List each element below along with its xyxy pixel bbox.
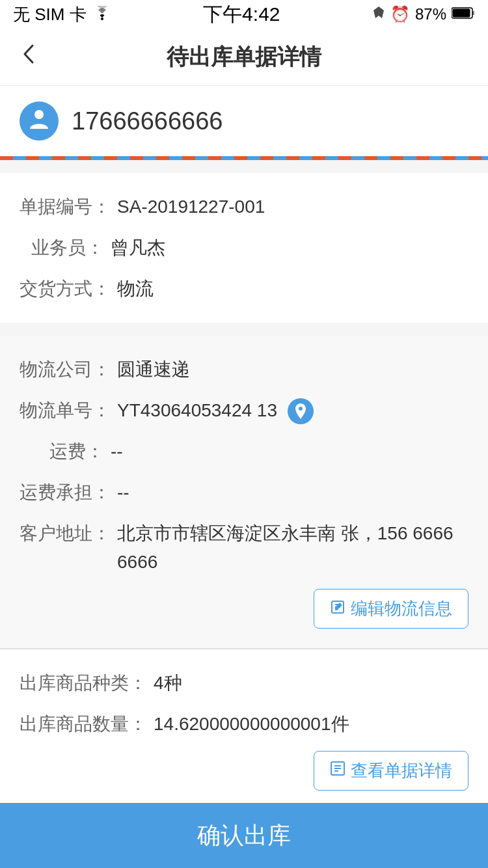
freight-bear-value: -- — [117, 478, 468, 508]
tracking-row-content: YT43064053424 13 — [117, 396, 314, 426]
goods-category-value: 4种 — [154, 669, 468, 698]
person-icon — [27, 107, 51, 135]
battery-percent: 87% — [415, 5, 446, 23]
goods-quantity-row: 出库商品数量： 14.620000000000001件 — [20, 710, 468, 739]
status-bar: 无 SIM 卡 下午4:42 ⏰ 87% — [0, 0, 488, 29]
salesman-value: 曾凡杰 — [111, 234, 468, 263]
basic-info-section: 单据编号： SA-20191227-001 业务员： 曾凡杰 交货方式： 物流 — [0, 173, 488, 323]
svg-rect-2 — [472, 11, 474, 15]
confirm-outbound-label: 确认出库 — [197, 820, 291, 852]
track-location-button[interactable] — [288, 398, 314, 424]
freight-row: 运费： -- — [20, 437, 468, 467]
svg-rect-3 — [452, 9, 470, 18]
logistics-company-label: 物流公司： — [20, 355, 117, 385]
goods-category-row: 出库商品种类： 4种 — [20, 669, 468, 698]
status-left: 无 SIM 卡 — [13, 3, 111, 26]
edit-icon — [330, 599, 346, 619]
delivery-method-value: 物流 — [117, 275, 468, 304]
view-details-btn-container: 查看单据详情 — [20, 751, 468, 791]
tracking-number-value: YT43064053424 13 — [117, 396, 277, 426]
tracking-number-row: 物流单号： YT43064053424 13 — [20, 396, 468, 426]
edit-logistics-button[interactable]: 编辑物流信息 — [314, 589, 468, 629]
freight-label: 运费： — [20, 437, 111, 467]
document-number-row: 单据编号： SA-20191227-001 — [20, 193, 468, 222]
nav-bar: 待出库单据详情 — [0, 29, 488, 86]
document-number-label: 单据编号： — [20, 193, 117, 222]
customer-header: 17666666666 — [0, 86, 488, 156]
status-time: 下午4:42 — [203, 1, 280, 28]
goods-quantity-value: 14.620000000000001件 — [154, 710, 468, 739]
alarm-icon: ⏰ — [390, 5, 410, 23]
edit-logistics-btn-container: 编辑物流信息 — [20, 589, 468, 629]
carrier-label: 无 SIM 卡 — [13, 3, 87, 26]
tracking-number-label: 物流单号： — [20, 396, 117, 426]
goods-section: 出库商品种类： 4种 出库商品数量： 14.620000000000001件 查… — [0, 649, 488, 810]
logistics-company-value: 圆通速递 — [117, 355, 468, 385]
wifi-icon — [93, 5, 111, 25]
battery-icon — [452, 5, 475, 23]
back-button[interactable] — [16, 36, 42, 77]
customer-phone: 17666666666 — [72, 107, 223, 135]
edit-logistics-label: 编辑物流信息 — [351, 597, 452, 620]
list-icon — [330, 761, 346, 781]
salesman-label: 业务员： — [20, 234, 111, 263]
confirm-outbound-button[interactable]: 确认出库 — [0, 803, 488, 868]
status-right: ⏰ 87% — [372, 5, 475, 23]
document-number-value: SA-20191227-001 — [117, 193, 468, 222]
svg-point-4 — [34, 110, 44, 119]
dashed-separator — [0, 156, 488, 160]
location-status-icon — [372, 5, 385, 23]
address-value: 北京市市辖区海淀区永丰南 张，156 6666 6666 — [117, 519, 468, 578]
view-details-label: 查看单据详情 — [351, 759, 452, 782]
address-row: 客户地址： 北京市市辖区海淀区永丰南 张，156 6666 6666 — [20, 519, 468, 578]
address-label: 客户地址： — [20, 519, 117, 549]
freight-bear-label: 运费承担： — [20, 478, 117, 508]
logistics-section: 物流公司： 圆通速递 物流单号： YT43064053424 13 运费： --… — [0, 336, 488, 648]
svg-point-0 — [101, 18, 103, 20]
freight-bear-row: 运费承担： -- — [20, 478, 468, 508]
freight-value: -- — [111, 437, 468, 467]
view-details-button[interactable]: 查看单据详情 — [314, 751, 468, 791]
delivery-method-label: 交货方式： — [20, 275, 117, 304]
goods-quantity-label: 出库商品数量： — [20, 710, 154, 739]
logistics-company-row: 物流公司： 圆通速递 — [20, 355, 468, 385]
avatar — [20, 102, 59, 141]
page-title: 待出库单据详情 — [167, 42, 321, 72]
delivery-method-row: 交货方式： 物流 — [20, 275, 468, 304]
goods-category-label: 出库商品种类： — [20, 669, 154, 698]
salesman-row: 业务员： 曾凡杰 — [20, 234, 468, 263]
